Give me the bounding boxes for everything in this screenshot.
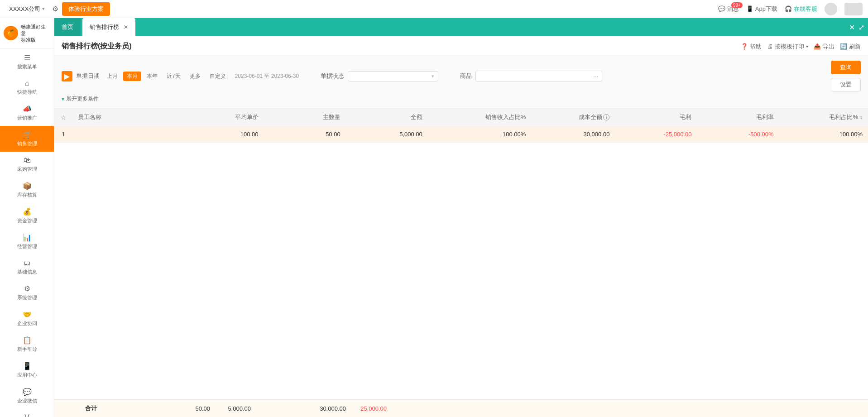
- sidebar-item-marketing[interactable]: 📣 营销推广: [0, 100, 54, 126]
- finance-icon: 💰: [23, 207, 32, 216]
- enterprise-icon: 🤝: [23, 310, 32, 319]
- sidebar-item-wechat[interactable]: 💬 企业微信: [0, 383, 54, 409]
- guide-icon: 📋: [23, 336, 32, 345]
- footer-amount: 5,000.00: [216, 405, 256, 412]
- sidebar-item-basic[interactable]: 🗂 基础信息: [0, 254, 54, 280]
- topbar-settings-icon[interactable]: ⚙: [52, 5, 58, 13]
- sidebar-label-guide: 新手引导: [17, 346, 37, 353]
- user-avatar[interactable]: [825, 3, 837, 15]
- sidebar-item-sales[interactable]: 🛒 销售管理: [0, 126, 54, 152]
- cell-profit: -25,000.00: [615, 126, 697, 143]
- member-icon: V: [24, 413, 29, 417]
- sidebar-label-operations: 经营管理: [17, 243, 37, 250]
- cell-rank: 1: [54, 126, 72, 143]
- sidebar-item-system[interactable]: ⚙ 系统管理: [0, 280, 54, 306]
- cost-info-icon[interactable]: i: [603, 114, 609, 120]
- app-download-button[interactable]: 📱 App下载: [746, 5, 777, 13]
- sidebar-item-enterprise[interactable]: 🤝 企业协同: [0, 306, 54, 331]
- tab-home[interactable]: 首页: [54, 18, 81, 36]
- sidebar-item-member[interactable]: V 畅会员: [0, 409, 54, 417]
- app-download-label: App下载: [755, 5, 777, 13]
- cell-amount: 5,000.00: [346, 126, 428, 143]
- more-icon[interactable]: ···: [593, 73, 598, 80]
- refresh-icon: 🔄: [840, 43, 847, 50]
- wechat-icon: 💬: [23, 388, 32, 396]
- sidebar-label-basic: 基础信息: [17, 268, 37, 275]
- sidebar-item-operations[interactable]: 📊 经营管理: [0, 229, 54, 254]
- company-selector[interactable]: XXXXX公司 ▾: [5, 3, 48, 15]
- company-name: XXXXX公司: [9, 5, 40, 13]
- col-header-name: 员工名称: [72, 109, 182, 126]
- sales-icon: 🛒: [23, 130, 32, 139]
- logo-text: 畅康通好生意 标准版: [21, 24, 50, 43]
- expand-label: 展开更多条件: [66, 95, 99, 103]
- logo-icon: 🍊: [4, 26, 18, 40]
- print-button[interactable]: 🖨 按模板打印 ▾: [767, 43, 808, 51]
- online-service-button[interactable]: 🎧 在线客服: [785, 5, 817, 13]
- user-name[interactable]: [844, 3, 863, 15]
- col-header-cost: 成本全额i: [531, 109, 615, 126]
- col-header-profit-pct: 毛利占比%⇅: [779, 109, 868, 126]
- sidebar-item-guide[interactable]: 📋 新手引导: [0, 331, 54, 357]
- message-button[interactable]: 💬 消息 99+: [718, 5, 739, 13]
- sidebar-label-sales: 销售管理: [17, 140, 37, 147]
- settings-button[interactable]: 设置: [831, 78, 861, 91]
- query-button[interactable]: 查询: [831, 61, 861, 74]
- expand-left-icon[interactable]: ▶: [62, 71, 72, 81]
- message-badge: 99+: [731, 2, 743, 8]
- inventory-icon: 📦: [23, 182, 32, 190]
- print-chevron-icon: ▾: [806, 44, 808, 49]
- help-button[interactable]: ❓ 帮助: [741, 43, 762, 51]
- page-title: 销售排行榜(按业务员): [62, 42, 132, 51]
- col-header-amount: 全额: [346, 109, 428, 126]
- col-header-qty: 主数量: [264, 109, 346, 126]
- date-btn-custom[interactable]: 自定义: [206, 72, 230, 81]
- company-chevron-icon: ▾: [42, 6, 45, 12]
- date-btn-last-month[interactable]: 上月: [103, 72, 121, 81]
- expand-arrow-icon: ▾: [62, 96, 64, 102]
- sidebar-item-search[interactable]: ☰ 搜索菜单: [0, 49, 54, 75]
- sidebar-label-purchase: 采购管理: [17, 166, 37, 173]
- footer-qty: 50.00: [175, 405, 216, 412]
- goods-input[interactable]: ···: [475, 71, 602, 82]
- date-btn-this-month[interactable]: 本月: [123, 72, 141, 81]
- status-select[interactable]: ▾: [348, 71, 438, 81]
- home-icon: ⌂: [25, 79, 29, 87]
- sidebar-item-shortcuts[interactable]: ⌂ 快捷导航: [0, 75, 54, 100]
- col-header-rank: ☆: [54, 109, 72, 126]
- purchase-icon: 🛍: [24, 156, 31, 164]
- trial-button[interactable]: 体验行业方案: [62, 2, 110, 16]
- date-btn-this-year[interactable]: 本年: [143, 72, 161, 81]
- date-btn-more[interactable]: 更多: [186, 72, 204, 81]
- message-icon: 💬: [718, 5, 725, 12]
- tab-bar-expand-icon[interactable]: ⤢: [858, 23, 864, 32]
- table-footer: 合计 50.00 5,000.00 30,000.00 -25,000.00: [54, 399, 868, 417]
- date-label: 单据日期: [76, 72, 100, 80]
- sort-icon[interactable]: ⇅: [859, 115, 863, 120]
- tab-sales-rank[interactable]: 销售排行榜 ✕: [82, 18, 135, 36]
- sidebar-label-apps: 应用中心: [17, 372, 37, 379]
- refresh-button[interactable]: 🔄 刷新: [840, 43, 861, 51]
- sidebar-item-apps[interactable]: 📱 应用中心: [0, 357, 54, 383]
- status-label: 单据状态: [321, 72, 344, 80]
- tab-close-icon[interactable]: ✕: [124, 24, 128, 30]
- cell-cost: 30,000.00: [531, 126, 615, 143]
- marketing-icon: 📣: [23, 105, 32, 113]
- sidebar-label-finance: 资金管理: [17, 217, 37, 224]
- cell-name: [72, 126, 182, 143]
- apps-icon: 📱: [23, 362, 32, 370]
- tab-bar-close-icon[interactable]: ✕: [849, 23, 855, 32]
- sidebar-item-purchase[interactable]: 🛍 采购管理: [0, 152, 54, 177]
- operations-icon: 📊: [23, 233, 32, 242]
- date-btn-7days[interactable]: 近7天: [163, 72, 184, 81]
- expand-more-btn[interactable]: ▾ 展开更多条件: [62, 95, 861, 103]
- cell-profit-rate: -500.00%: [697, 126, 779, 143]
- help-icon: ❓: [741, 43, 748, 50]
- tab-sales-rank-label: 销售排行榜: [90, 23, 119, 31]
- col-header-profit-rate: 毛利率: [697, 109, 779, 126]
- sidebar-item-inventory[interactable]: 📦 库存核算: [0, 177, 54, 203]
- goods-label: 商品: [460, 72, 472, 80]
- export-button[interactable]: 📤 导出: [814, 43, 834, 51]
- cell-qty: 50.00: [264, 126, 346, 143]
- sidebar-item-finance[interactable]: 💰 资金管理: [0, 203, 54, 229]
